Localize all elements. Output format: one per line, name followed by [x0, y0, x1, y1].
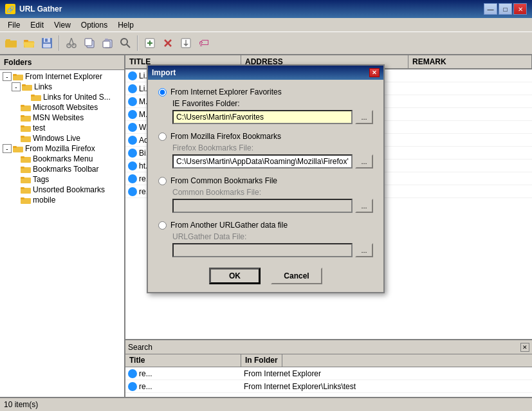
dialog-title: Import — [152, 68, 369, 77]
dialog-buttons: OK Cancel — [158, 268, 373, 284]
urlgather-radio-label[interactable]: From Another URLGather data file — [170, 221, 288, 230]
tree-item-ff-tags[interactable]: Tags — [1, 174, 123, 185]
folder-icon-ie-msn — [21, 114, 31, 122]
svg-rect-43 — [13, 146, 17, 148]
svg-rect-35 — [21, 105, 24, 107]
open-btn[interactable] — [21, 35, 37, 51]
tree-item-ff-unsorted[interactable]: Unsorted Bookmarks — [1, 185, 123, 195]
tree-item-ie-msn[interactable]: MSN Websites — [1, 113, 123, 123]
common-radio-row: From Common Bookmarks File — [158, 176, 373, 185]
folder-tree[interactable]: - From Internet Explorer - Links Links f… — [0, 70, 124, 397]
folder-icon-ff-bm-toolbar — [21, 165, 31, 173]
globe-icon — [128, 187, 137, 196]
svg-point-18 — [121, 39, 127, 45]
tree-item-ie-ms[interactable]: Microsoft Websites — [1, 102, 123, 113]
export-btn[interactable] — [178, 35, 194, 51]
save-btn[interactable] — [39, 35, 55, 51]
new-item-btn[interactable] — [142, 35, 158, 51]
ff-input-row: ... — [158, 154, 373, 169]
expander-ff[interactable]: - — [3, 144, 12, 153]
find-btn[interactable] — [117, 35, 134, 51]
tree-item-ie-root[interactable]: - From Internet Explorer — [1, 71, 123, 82]
ie-radio[interactable] — [158, 88, 167, 96]
menu-options[interactable]: Options — [76, 19, 113, 31]
close-button[interactable]: ✕ — [513, 3, 527, 15]
tag-btn[interactable]: 🏷 — [196, 35, 212, 51]
search-result-folder: From Internet Explorer\Links\test — [241, 382, 358, 391]
tree-item-ie-links[interactable]: - Links — [1, 82, 123, 92]
left-panel: Folders - From Internet Explorer - Links… — [0, 55, 125, 397]
ie-path-input[interactable] — [172, 110, 353, 124]
common-path-input[interactable] — [172, 199, 353, 213]
search-result-row[interactable]: re... From Internet Explorer — [125, 367, 532, 380]
ff-radio-label[interactable]: From Mozilla Firefox Bookmarks — [170, 132, 281, 141]
col-remark[interactable]: REMARK — [408, 55, 532, 68]
search-panel-close[interactable]: ✕ — [520, 343, 529, 352]
svg-rect-33 — [31, 95, 35, 96]
maximize-button[interactable]: □ — [499, 3, 512, 15]
window-controls: — □ ✕ — [484, 3, 527, 15]
search-results-list[interactable]: re... From Internet Explorer re... From … — [125, 367, 532, 397]
toolbar: 🏷 — [0, 32, 532, 55]
tree-label-ff-root: From Mozilla Firefox — [25, 144, 95, 153]
ie-input-row: ... — [158, 110, 373, 124]
search-panel-title: Search — [128, 343, 152, 352]
expander-ie[interactable]: - — [3, 72, 12, 81]
globe-icon — [128, 71, 137, 80]
search-result-row[interactable]: re... From Internet Explorer\Links\test — [125, 380, 532, 393]
delete-btn[interactable] — [160, 35, 176, 51]
menu-help[interactable]: Help — [113, 19, 139, 31]
common-radio-label[interactable]: From Common Bookmarks File — [170, 176, 277, 185]
urlgather-browse-button[interactable]: ... — [355, 243, 373, 257]
import-dialog[interactable]: Import ✕ From Internet Explorer Favorite… — [147, 64, 385, 293]
common-field-label: Common Bookmarks File: — [158, 188, 373, 197]
urlgather-path-input[interactable] — [172, 243, 353, 257]
cut-btn[interactable] — [63, 35, 80, 51]
svg-rect-1 — [5, 41, 17, 47]
copy-btn[interactable] — [81, 35, 98, 51]
tree-label-ff-bm-toolbar: Bookmarks Toolbar — [33, 165, 99, 174]
svg-rect-4 — [24, 40, 28, 42]
folder-icon-ff-unsorted — [21, 186, 31, 194]
paste-btn[interactable] — [99, 35, 116, 51]
folder-icon-ie-wl — [21, 134, 31, 142]
search-result-title: re... — [125, 382, 241, 391]
common-browse-button[interactable]: ... — [355, 199, 373, 213]
dialog-close-button[interactable]: ✕ — [369, 68, 380, 77]
tree-item-ie-links-united[interactable]: Links for United S... — [1, 92, 123, 102]
ie-browse-button[interactable]: ... — [355, 110, 373, 124]
svg-rect-47 — [21, 167, 24, 169]
ff-browse-button[interactable]: ... — [355, 154, 373, 169]
menu-file[interactable]: File — [3, 19, 25, 31]
tree-item-ff-root[interactable]: - From Mozilla Firefox — [1, 143, 123, 154]
separator-2 — [137, 35, 138, 51]
status-bar: 10 item(s) — [0, 397, 532, 411]
common-radio[interactable] — [158, 177, 167, 185]
tree-item-ie-test[interactable]: test — [1, 123, 123, 133]
app-title: URL Gather — [19, 5, 484, 14]
globe-icon — [128, 369, 137, 378]
tree-item-ff-bm-menu[interactable]: Bookmarks Menu — [1, 154, 123, 164]
search-result-title: re... — [125, 369, 241, 378]
sidebar-header: Folders — [0, 55, 124, 70]
expander-ie-links[interactable]: - — [12, 82, 21, 91]
dialog-content: From Internet Explorer Favorites IE Favo… — [148, 80, 383, 292]
tree-item-ff-mobile[interactable]: mobile — [1, 195, 123, 205]
minimize-button[interactable]: — — [484, 3, 497, 15]
menu-edit[interactable]: Edit — [25, 19, 49, 31]
new-folder-btn[interactable] — [3, 35, 19, 51]
ff-path-input[interactable] — [172, 154, 353, 169]
folder-icon-ff-mobile — [21, 196, 31, 204]
globe-icon — [128, 97, 137, 106]
urlgather-radio[interactable] — [158, 221, 167, 230]
svg-rect-45 — [21, 156, 24, 158]
tree-item-ie-wl[interactable]: Windows Live — [1, 133, 123, 143]
tree-label-ie-root: From Internet Explorer — [25, 72, 102, 81]
ie-radio-label[interactable]: From Internet Explorer Favorites — [170, 87, 282, 96]
ff-radio[interactable] — [158, 132, 167, 141]
cancel-button[interactable]: Cancel — [271, 268, 322, 284]
search-results-panel: Search ✕ Title In Folder re... From Inte… — [125, 339, 532, 397]
menu-view[interactable]: View — [49, 19, 76, 31]
tree-item-ff-bm-toolbar[interactable]: Bookmarks Toolbar — [1, 164, 123, 174]
ok-button[interactable]: OK — [209, 268, 261, 284]
